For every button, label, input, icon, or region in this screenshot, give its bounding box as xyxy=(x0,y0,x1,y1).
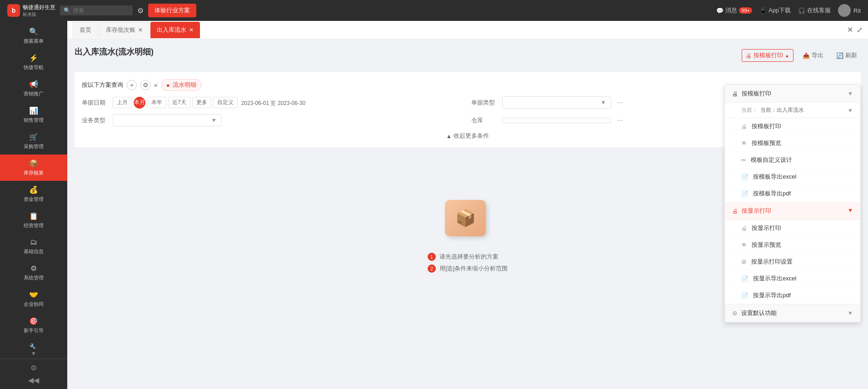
hint-2: 2 用[选]条件来缩小分析范围 xyxy=(428,264,508,273)
filter-warehouse-select[interactable] xyxy=(502,118,611,123)
headset-icon: 🎧 xyxy=(798,7,805,14)
date-btn-7days[interactable]: 近7天 xyxy=(168,97,190,108)
tab-expand-btn[interactable]: ⤢ xyxy=(857,25,863,34)
sidebar-item-operations[interactable]: 📋 经营管理 xyxy=(0,207,67,234)
enterprise-icon: 🤝 xyxy=(29,290,38,299)
warehouse-more-btn[interactable]: ··· xyxy=(617,116,623,125)
empty-hints: 1 请先选择要分析的方案 2 用[选]条件来缩小分析范围 xyxy=(428,253,508,273)
dropdown-display-print-title: 🖨 按显示打印 xyxy=(732,207,771,215)
user-area[interactable]: Rit xyxy=(838,4,861,17)
sidebar-item-inventory[interactable]: 📦 库存核算 xyxy=(0,155,67,181)
main-layout: 🔍 搜索菜单 ⚡ 快捷导航 📢 营销推广 📊 销售管理 🛒 采购管理 📦 xyxy=(0,21,868,389)
sidebar-item-shortcut[interactable]: ⚡ 快捷导航 xyxy=(0,49,67,75)
sidebar-item-sales[interactable]: 📊 销售管理 xyxy=(0,102,67,128)
user-avatar xyxy=(838,4,851,17)
tab-home[interactable]: 首页 xyxy=(73,22,98,38)
dropdown-item-display-pdf[interactable]: 📄 按显示导出pdf xyxy=(725,287,860,304)
date-btn-this-year[interactable]: 本年 xyxy=(147,97,166,108)
sidebar-item-basic[interactable]: 🗂 基础信息 xyxy=(0,234,67,259)
top-bar: b 畅捷通好生意 标准版 🔍 ⚙ 体验行业方案 💬 消息 99+ 📱 App下载… xyxy=(0,0,868,21)
filter-settings-btn[interactable]: ⚙ xyxy=(140,80,150,90)
search-input[interactable] xyxy=(73,7,119,14)
dropdown-item-display-excel[interactable]: 📄 按显示导出excel xyxy=(725,270,860,287)
sidebar-collapse-icon[interactable]: ◀◀ xyxy=(28,376,39,384)
tab-inventory-batch[interactable]: 库存批次账 ✕ xyxy=(99,22,150,38)
filter-doctype-select[interactable]: ▼ xyxy=(502,96,611,109)
sidebar-bottom: ⚙ ◀◀ xyxy=(0,359,67,389)
filter-biztype-field: 业务类型 ▼ xyxy=(82,114,464,126)
export-btn[interactable]: 📤 导出 xyxy=(799,50,827,61)
operations-icon: 📋 xyxy=(29,212,38,220)
settings-icon[interactable]: ⚙ xyxy=(137,6,144,15)
dropdown-item-template-pdf[interactable]: 📄 按模板导出pdf xyxy=(725,185,860,202)
messages-btn[interactable]: 💬 消息 99+ xyxy=(716,6,752,15)
sidebar-item-search[interactable]: 🔍 搜索菜单 xyxy=(0,23,67,49)
sidebar-item-system[interactable]: ⚙ 系统管理 xyxy=(0,259,67,286)
sidebar-item-appstore[interactable]: 🔧 应用中心 xyxy=(0,339,67,349)
dropdown-item-template-print[interactable]: 🖨 按模板打印 xyxy=(725,118,860,135)
filter-add-btn[interactable]: + xyxy=(127,80,137,90)
date-range: 2023-06-01 至 2023-06-30 xyxy=(241,100,305,107)
tab-inventory-batch-close[interactable]: ✕ xyxy=(138,27,143,33)
sidebar-item-newbie[interactable]: 🎯 新手引导 xyxy=(0,312,67,339)
dropdown-item-template-excel[interactable]: 📄 按模板导出excel xyxy=(725,169,860,185)
dropdown-item-display-print[interactable]: 🖨 按显示打印 xyxy=(725,220,860,237)
finance-icon: 💰 xyxy=(29,185,38,194)
sidebar-item-marketing[interactable]: 📢 营销推广 xyxy=(0,75,67,102)
sidebar-menu: 🔍 搜索菜单 ⚡ 快捷导航 📢 营销推广 📊 销售管理 🛒 采购管理 📦 xyxy=(0,21,67,349)
date-btn-prev-month[interactable]: 上月 xyxy=(113,97,132,108)
sidebar-scroll-down[interactable]: ▼ xyxy=(0,349,67,359)
filter-tag[interactable]: ● 流水明细 xyxy=(161,79,201,91)
dropdown-item-display-preview[interactable]: 👁 按显示预览 xyxy=(725,237,860,254)
export-icon: 📤 xyxy=(803,52,810,59)
top-bar-actions: 💬 消息 99+ 📱 App下载 🎧 在线客服 Rit xyxy=(716,4,861,17)
collapse-icon: ▲ xyxy=(446,133,452,140)
dropdown-item-display-print-settings[interactable]: ⚙ 按显示打印设置 xyxy=(725,254,860,270)
purchase-icon: 🛒 xyxy=(29,133,38,141)
page-title: 出入库流水(流水明细) xyxy=(75,46,154,57)
dropdown-default-settings-header[interactable]: ⚙ 设置默认功能 ▼ xyxy=(725,304,860,322)
filter-biztype-select[interactable]: ▼ xyxy=(113,114,222,126)
doctype-more-btn[interactable]: ··· xyxy=(617,99,623,107)
tab-inout-flow-close[interactable]: ✕ xyxy=(189,27,194,33)
dropdown-item-template-design[interactable]: ✏ 模板自定义设计 xyxy=(725,152,860,169)
dropdown-item-template-preview[interactable]: 👁 按模板预览 xyxy=(725,135,860,152)
dropdown-excel-icon-1: 📄 xyxy=(741,174,748,180)
tab-bar-right: ✕ ⤢ xyxy=(847,25,863,34)
industry-btn[interactable]: 体验行业方案 xyxy=(148,4,196,17)
dropdown-display-print-header[interactable]: 🖨 按显示打印 ▲ xyxy=(725,202,860,220)
app-download-btn[interactable]: 📱 App下载 xyxy=(759,6,791,15)
dropdown-template-print-header[interactable]: 🖨 按模板打印 ▼ xyxy=(725,85,860,103)
system-icon: ⚙ xyxy=(30,264,37,273)
refresh-icon: 🔄 xyxy=(836,52,843,59)
newbie-icon: 🎯 xyxy=(29,317,38,325)
logo-area: b 畅捷通好生意 标准版 xyxy=(7,4,55,18)
date-btn-this-month[interactable]: 本月 xyxy=(134,97,145,109)
sidebar-item-finance[interactable]: 💰 资金管理 xyxy=(0,181,67,207)
tab-inout-flow[interactable]: 出入库流水 ✕ xyxy=(150,22,200,38)
display-print-arrow-icon: ▲ xyxy=(848,208,853,214)
basic-icon: 🗂 xyxy=(30,238,37,246)
search-bar[interactable]: 🔍 xyxy=(60,5,133,15)
template-print-arrow-icon: ▼ xyxy=(848,90,853,97)
dropdown-current-label: 当前： 当前：出入库流水 ▼ xyxy=(725,103,860,118)
filter-tag-icon: ● xyxy=(166,82,170,89)
dropdown-settings-icon: ⚙ xyxy=(741,259,747,265)
appstore-icon: 🔧 xyxy=(29,343,38,349)
search-icon: 🔍 xyxy=(64,7,70,14)
date-btn-more[interactable]: 更多 xyxy=(192,97,211,108)
tab-close-all-btn[interactable]: ✕ xyxy=(847,25,853,34)
refresh-btn[interactable]: 🔄 刷新 xyxy=(833,50,861,61)
dropdown-template-print-title: 🖨 按模板打印 xyxy=(732,90,771,98)
scroll-down-icon: ▼ xyxy=(31,350,36,357)
sidebar-item-purchase[interactable]: 🛒 采购管理 xyxy=(0,128,67,155)
printer-icon: 🖨 xyxy=(746,52,752,59)
filter-collapse-btn[interactable]: « xyxy=(154,81,158,89)
sidebar-item-enterprise[interactable]: 🤝 企业协同 xyxy=(0,286,67,312)
print-template-btn[interactable]: 🖨 按模板打印 ▲ xyxy=(742,49,793,62)
top-actions: 🖨 按模板打印 ▲ 📤 导出 🔄 刷新 xyxy=(742,49,861,62)
printer-icon-3: 🖨 xyxy=(732,208,738,214)
sidebar-settings-icon[interactable]: ⚙ xyxy=(30,364,37,372)
online-service-btn[interactable]: 🎧 在线客服 xyxy=(798,6,831,15)
date-btn-custom[interactable]: 自定义 xyxy=(213,97,238,108)
